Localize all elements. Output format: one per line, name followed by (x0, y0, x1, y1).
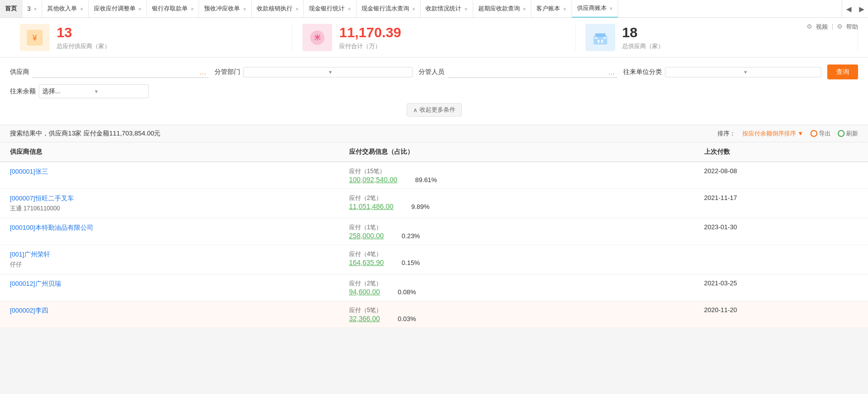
tx-label: 应付（2笔） (349, 194, 684, 202)
supplier-name: [001]广州荣轩 (10, 250, 329, 259)
close-supplier-book[interactable]: × (610, 5, 613, 11)
top-nav: 首页 3 × 其他收入单 × 应收应付调整单 × 银行存取款单 × 预收冲应收单… (0, 0, 868, 18)
supplier-info-cell: [000100]本特勤油品有限公司 (0, 218, 339, 245)
supplier-label: 供应商 (10, 67, 29, 76)
nav-next-arrow[interactable]: ▶ (855, 0, 868, 18)
person-dots-btn[interactable]: … (606, 68, 617, 76)
results-summary: 搜索结果中，供应商13家 应付金额111,703,854.00元 (10, 129, 160, 138)
nav-other-income[interactable]: 其他收入单 × (42, 0, 88, 18)
nav-tab3[interactable]: 3 × (22, 0, 42, 18)
export-button[interactable]: 导出 (810, 130, 831, 138)
results-bar: 搜索结果中，供应商13家 应付金额111,703,854.00元 排序： 按应付… (0, 125, 868, 142)
svg-rect-7 (601, 40, 603, 43)
supplier-link[interactable]: [001]广州荣轩 (10, 251, 50, 258)
filter-supplier: 供应商 … (10, 66, 209, 78)
collapse-button[interactable]: ∧ 收起更多条件 (407, 103, 462, 117)
tx-label: 应付（2笔） (349, 279, 684, 288)
filter-person: 分管人员 … (419, 66, 617, 78)
payable-total-label: 应付合计（万） (339, 42, 401, 51)
svg-text:¥: ¥ (32, 33, 37, 42)
close-receipt-verify[interactable]: × (295, 6, 298, 12)
refresh-label: 刷新 (846, 130, 858, 138)
supplier-link[interactable]: [000012]广州贝瑞 (10, 280, 61, 287)
sort-select[interactable]: 按应付余额倒序排序 ▼ (742, 130, 803, 138)
tx-info-cell: 应付（5笔）32,366.000.03% (339, 301, 694, 328)
close-ar-ap-adjust[interactable]: × (139, 6, 142, 12)
filter-dept: 分管部门 ▼ (215, 67, 413, 77)
nav-prev-arrow[interactable]: ◀ (842, 0, 855, 18)
tx-amount[interactable]: 100,092,540.00 (349, 176, 397, 184)
close-tab3[interactable]: × (34, 6, 37, 12)
supplier-sub-info: 仔仔 (10, 261, 329, 269)
nav-supplier-book[interactable]: 供应商账本 × (572, 0, 618, 18)
close-cash-bank-stat[interactable]: × (348, 6, 351, 12)
dept-select[interactable]: ▼ (243, 67, 413, 77)
query-button[interactable]: 查询 (827, 65, 858, 79)
person-label: 分管人员 (419, 67, 444, 76)
summary-item-suppliers: ¥ 13 总应付供应商（家） (10, 24, 292, 51)
supplier-info-cell: [000007]恒旺二手叉车王通 17106110000 (0, 189, 339, 218)
data-table-container: 供应商信息 应付交易信息（占比） 上次付数 [000001]张三应付（15笔）1… (0, 142, 868, 328)
filter-area: 供应商 … 分管部门 ▼ 分管人员 … 往来单位分类 (0, 58, 868, 125)
supplier-link[interactable]: [000100]本特勤油品有限公司 (10, 224, 93, 231)
table-row: [000007]恒旺二手叉车王通 17106110000应付（2笔）11,051… (0, 189, 868, 218)
person-input[interactable] (447, 66, 606, 77)
nav-ar-ap-adjust[interactable]: 应收应付调整单 × (89, 0, 147, 18)
close-prepaid-ar[interactable]: × (243, 6, 246, 12)
nav-customer-book[interactable]: 客户账本 × (531, 0, 572, 18)
table-row: [000001]张三应付（15笔）100,092,540.0089.61%202… (0, 162, 868, 189)
supplier-link[interactable]: [000007]恒旺二手叉车 (10, 195, 74, 202)
tx-label: 应付（15笔） (349, 167, 684, 176)
refresh-button[interactable]: 刷新 (838, 130, 858, 138)
tx-amount[interactable]: 258,000.00 (349, 232, 384, 240)
nav-cash-bank-stat[interactable]: 现金银行统计 × (304, 0, 356, 18)
supplier-dots-btn[interactable]: … (198, 68, 209, 76)
th-tx-info: 应付交易信息（占比） (339, 142, 694, 162)
nav-receipt-verify[interactable]: 收款核销执行 × (252, 0, 304, 18)
tx-amount[interactable]: 94,600.00 (349, 288, 380, 296)
tx-percent: 0.08% (398, 288, 416, 296)
category-dropdown-arrow: ▼ (743, 69, 818, 75)
supplier-info-cell: [000012]广州贝瑞 (0, 274, 339, 301)
nav-receipt-stat[interactable]: 收款情况统计 × (421, 0, 473, 18)
tx-amount[interactable]: 164,635.90 (349, 259, 384, 266)
sort-label: 排序： (718, 130, 735, 138)
supplier-name: [000002]李四 (10, 306, 329, 315)
close-bank-deposit[interactable]: × (191, 6, 194, 12)
nav-overdue-ar[interactable]: 超期应收款查询 × (473, 0, 531, 18)
close-receipt-stat[interactable]: × (464, 6, 467, 12)
category-select[interactable]: ▼ (665, 67, 822, 77)
supplier-link[interactable]: [000001]张三 (10, 168, 48, 175)
category-label: 往来单位分类 (623, 67, 662, 76)
nav-bank-deposit[interactable]: 银行存取款单 × (147, 0, 199, 18)
close-cash-bank-flow[interactable]: × (412, 6, 415, 12)
close-overdue-ar[interactable]: × (523, 6, 526, 12)
close-customer-book[interactable]: × (563, 6, 566, 12)
total-suppliers-label: 总供应商（家） (622, 42, 664, 51)
supplier-name: [000100]本特勤油品有限公司 (10, 223, 329, 232)
summary-text-payable-total: 11,170.39 应付合计（万） (339, 24, 401, 51)
nav-cash-bank-flow[interactable]: 现金银行流水查询 × (357, 0, 421, 18)
table-header-row: 供应商信息 应付交易信息（占比） 上次付数 (0, 142, 868, 162)
last-payment-cell: 2021-11-17 (694, 189, 868, 218)
help-icon: ⊙ (837, 23, 842, 31)
help-link[interactable]: 帮助 (846, 23, 858, 31)
tx-info-cell: 应付（2笔）11,051,486.009.89% (339, 189, 694, 218)
filter-category: 往来单位分类 ▼ (623, 67, 822, 77)
tx-amount[interactable]: 32,366.00 (349, 315, 380, 323)
supplier-info-cell: [001]广州荣轩仔仔 (0, 245, 339, 274)
balance-select[interactable]: 选择... ▼ (39, 84, 149, 98)
supplier-name: [000001]张三 (10, 167, 329, 176)
nav-prepaid-ar[interactable]: 预收冲应收单 × (199, 0, 251, 18)
nav-home[interactable]: 首页 (0, 0, 22, 18)
svg-text:米: 米 (314, 34, 321, 41)
close-other-income[interactable]: × (80, 6, 83, 12)
supplier-input[interactable] (32, 66, 198, 77)
filter-row-2: 往来余额 选择... ▼ (10, 84, 858, 98)
video-link[interactable]: 视频 (816, 23, 828, 31)
supplier-link[interactable]: [000002]李四 (10, 307, 48, 314)
total-suppliers-icon (585, 24, 615, 51)
export-label: 导出 (819, 130, 831, 138)
summary-text-total-suppliers: 18 总供应商（家） (622, 24, 664, 51)
tx-amount[interactable]: 11,051,486.00 (349, 202, 394, 210)
